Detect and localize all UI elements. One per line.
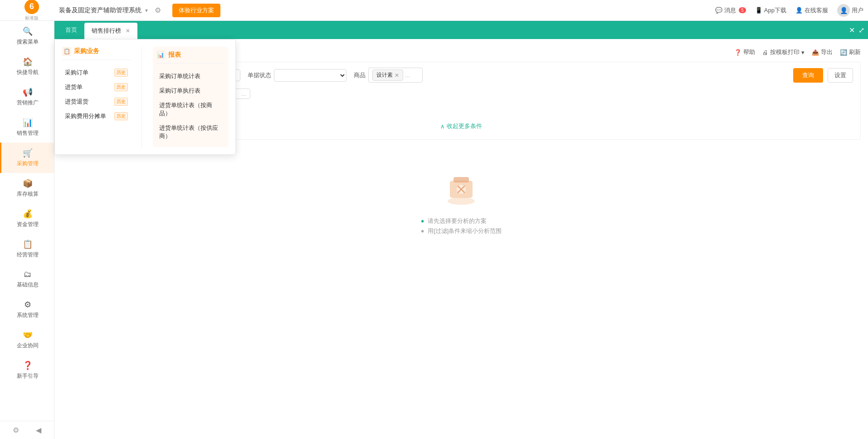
sidebar-item-purchase[interactable]: 🛒 采购管理 — [0, 143, 54, 173]
industry-btn[interactable]: 体验行业方案 — [172, 4, 220, 17]
service-label: 在线客服 — [805, 6, 828, 15]
system-title: 装备及固定资产辅助管理系统 — [59, 6, 141, 15]
purchase-business-icon: 📋 — [62, 47, 71, 56]
hint1-circle: ● — [421, 217, 424, 224]
dropdown-item-purchase-order-exec[interactable]: 采购订单执行表 — [156, 84, 225, 98]
goods-more-icon[interactable]: ... — [405, 72, 410, 79]
dropdown-item-goods-receipt-stat-supplier[interactable]: 进货单统计表（按供应商） — [156, 121, 225, 143]
staff-more-icon[interactable]: ... — [241, 90, 246, 97]
history-badge-purchase-expense: 历史 — [114, 112, 128, 120]
sidebar-item-label-finance: 资金管理 — [17, 221, 39, 228]
goods-tag: 设计素 ✕ — [372, 69, 403, 81]
purchase-business-title: 采购业务 — [74, 47, 99, 55]
doc-status-label: 单据状态 — [248, 71, 271, 79]
dropdown-col-header-business: 📋 采购业务 — [62, 47, 131, 60]
dropdown-item-goods-receipt-stat-goods[interactable]: 进货单统计表（按商品） — [156, 98, 225, 121]
dropdown-item-label-goods-return: 进货退货 — [65, 98, 88, 106]
tab-expand-icon[interactable]: ⤢ — [858, 26, 864, 35]
finance-icon: 💰 — [23, 209, 33, 219]
tab-close-all-icon[interactable]: ✕ — [849, 26, 855, 35]
dropdown-item-label-goods-receipt: 进货单 — [65, 83, 83, 91]
dropdown-item-label-purchase-order-exec: 采购订单执行表 — [159, 87, 200, 95]
sidebar-bottom: ⚙ ◀ — [0, 421, 54, 439]
message-badge: 5 — [739, 7, 746, 13]
logo-icon: 6 — [24, 0, 39, 14]
reports-icon: 📊 — [156, 50, 166, 59]
refresh-btn[interactable]: 🔄 刷新 — [840, 48, 861, 56]
top-header: 6 标准版 装备及固定资产辅助管理系统 ▾ ⚙ 体验行业方案 💬 消息 5 📱 … — [0, 0, 868, 21]
empty-state: ● 请先选择要分析的方案 ● 用[过滤]条件来缩小分析范围 — [62, 140, 861, 264]
tab-close-icon[interactable]: ✕ — [126, 28, 130, 34]
tab-home[interactable]: 首页 — [58, 21, 84, 39]
collapse-btn[interactable]: ∧ 收起更多条件 — [440, 118, 482, 134]
sidebar-item-label-operation: 经营管理 — [17, 251, 39, 259]
settings-btn[interactable]: 设置 — [828, 68, 853, 83]
logo-area: 6 标准版 — [5, 0, 59, 21]
sidebar-item-label-search: 搜索菜单 — [17, 38, 39, 46]
sidebar-item-search[interactable]: 🔍 搜索菜单 — [0, 21, 54, 51]
help-label: 帮助 — [743, 48, 755, 56]
inventory-icon: 📦 — [23, 178, 33, 188]
sidebar-item-label-inventory: 库存核算 — [17, 190, 39, 198]
tab-sales-rank[interactable]: 销售排行榜 ✕ — [84, 23, 137, 39]
doc-status-select[interactable] — [274, 69, 346, 82]
marketing-icon: 📢 — [23, 87, 33, 97]
refresh-icon: 🔄 — [840, 49, 847, 56]
dropdown-item-purchase-expense[interactable]: 采购费用分摊单 历史 — [62, 109, 131, 123]
export-label: 导出 — [821, 48, 833, 56]
sidebar-item-basic[interactable]: 🗂 基础信息 — [0, 264, 54, 294]
query-btn[interactable]: 查询 — [793, 68, 823, 83]
sidebar-item-inventory[interactable]: 📦 库存核算 — [0, 173, 54, 203]
history-badge-goods-receipt: 历史 — [114, 83, 128, 91]
history-badge-goods-return: 历史 — [114, 98, 128, 106]
sidebar-item-sales[interactable]: 📊 销售管理 — [0, 112, 54, 143]
sidebar-item-marketing[interactable]: 📢 营销推广 — [0, 82, 54, 112]
tab-sales-rank-label: 销售排行榜 — [92, 27, 121, 35]
goods-tag-close-icon[interactable]: ✕ — [395, 72, 399, 79]
tab-home-label: 首页 — [65, 26, 77, 34]
sidebar-item-enterprise[interactable]: 🤝 企业协同 — [0, 325, 54, 355]
header-right: 💬 消息 5 📱 App下载 👤 在线客服 👤 用户 — [715, 4, 863, 17]
sidebar-settings-icon[interactable]: ⚙ — [13, 426, 19, 434]
sidebar-item-label-basic: 基础信息 — [17, 281, 39, 289]
dropdown-item-label-purchase-order: 采购订单 — [65, 69, 88, 77]
sidebar-item-label-quick: 快捷导航 — [17, 69, 39, 76]
dropdown-item-purchase-order[interactable]: 采购订单 历史 — [62, 65, 131, 80]
user-label: 用户 — [852, 6, 863, 15]
guide-icon: ❓ — [23, 360, 33, 370]
user-btn[interactable]: 👤 用户 — [837, 4, 863, 17]
system-settings-icon[interactable]: ⚙ — [151, 4, 164, 17]
sidebar-item-operation[interactable]: 📋 经营管理 — [0, 234, 54, 264]
goods-tag-text: 设计素 — [376, 71, 393, 79]
print-arrow-icon: ▾ — [801, 49, 805, 56]
print-btn[interactable]: 🖨 按模板打印 ▾ — [762, 48, 805, 56]
search-icon: 🔍 — [23, 26, 33, 36]
tab-bar: 首页 销售排行榜 ✕ ✕ ⤢ — [54, 21, 868, 39]
online-service-btn[interactable]: 👤 在线客服 — [795, 6, 828, 15]
system-title-arrow-icon[interactable]: ▾ — [145, 7, 148, 14]
app-download-btn[interactable]: 📱 App下载 — [755, 6, 786, 15]
export-btn[interactable]: 📤 导出 — [812, 48, 833, 56]
home-icon: 🏠 — [23, 57, 33, 67]
purchase-dropdown-menu: 📋 采购业务 采购订单 历史 进货单 历史 进货退货 历史 采购费用分摊单 历史 — [54, 39, 236, 155]
sidebar-item-finance[interactable]: 💰 资金管理 — [0, 203, 54, 234]
sidebar-collapse-icon[interactable]: ◀ — [36, 426, 41, 434]
help-btn[interactable]: ❓ 帮助 — [734, 48, 755, 56]
system-icon: ⚙ — [24, 300, 31, 310]
logo-subtitle: 标准版 — [25, 15, 39, 21]
dropdown-item-purchase-order-stat[interactable]: 采购订单统计表 — [156, 69, 225, 84]
hint2-circle: ● — [421, 227, 424, 234]
sidebar-item-guide[interactable]: ❓ 新手引导 — [0, 355, 54, 385]
print-icon: 🖨 — [762, 49, 768, 56]
collapse-label: 收起更多条件 — [447, 122, 482, 130]
dropdown-columns: 📋 采购业务 采购订单 历史 进货单 历史 进货退货 历史 采购费用分摊单 历史 — [62, 47, 228, 147]
messages-btn[interactable]: 💬 消息 5 — [715, 6, 746, 15]
empty-svg-icon — [441, 167, 482, 208]
sidebar-item-label-enterprise: 企业协同 — [17, 342, 39, 350]
dropdown-item-goods-receipt[interactable]: 进货单 历史 — [62, 80, 131, 94]
user-avatar: 👤 — [837, 4, 850, 17]
empty-hint2: ● 用[过滤]条件来缩小分析范围 — [421, 227, 502, 235]
sidebar-item-system[interactable]: ⚙ 系统管理 — [0, 294, 54, 325]
dropdown-item-goods-return[interactable]: 进货退货 历史 — [62, 94, 131, 109]
sidebar-item-quick[interactable]: 🏠 快捷导航 — [0, 51, 54, 82]
